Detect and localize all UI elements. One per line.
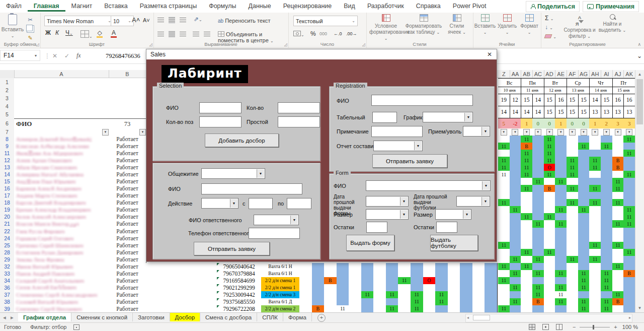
scroll-right-icon[interactable]: ▸: [629, 315, 631, 320]
cell-name-20[interactable]: Белов Алексей Алексанрович: [14, 213, 109, 221]
shift-cell-mid-r37[interactable]: [373, 291, 386, 299]
shift-cell-r36[interactable]: [521, 284, 533, 292]
shift-cell-mid-r34[interactable]: В: [324, 277, 337, 285]
row-header-17[interactable]: 17: [0, 192, 15, 200]
add-dosbor-button[interactable]: Добавить досбор: [205, 134, 279, 147]
shift-cell-r39[interactable]: [555, 305, 567, 313]
shift-cell-mid-r39[interactable]: [299, 305, 312, 313]
shift-cell-r8[interactable]: [510, 136, 522, 143]
shift-cell-r28[interactable]: [498, 249, 510, 256]
zoom-slider[interactable]: [580, 327, 610, 327]
empty-cell[interactable]: [193, 305, 217, 313]
cell-name-14[interactable]: Алмервна Наталč Абулаевна: [14, 171, 109, 178]
shift-cell-r9[interactable]: [567, 143, 579, 150]
shift-cell-mid-r38[interactable]: 11: [435, 298, 448, 306]
cell-A3[interactable]: [14, 94, 109, 103]
paste-button[interactable]: Вставить ⌄: [1, 14, 24, 43]
shift-cell-r19[interactable]: [544, 206, 556, 214]
balance-cell[interactable]: 1: [589, 118, 601, 129]
shift-cell-r29[interactable]: 11: [532, 256, 544, 263]
shift-cell-r13[interactable]: [532, 164, 544, 171]
shift-cell-r36[interactable]: [544, 284, 556, 292]
shift-cell-r20[interactable]: [555, 213, 567, 221]
shift-cell-r17[interactable]: [623, 192, 635, 200]
shift-cell-mid-r36[interactable]: [398, 284, 411, 292]
shift-cell-mid-r34[interactable]: [472, 277, 486, 285]
shift-cell-r15[interactable]: [521, 178, 533, 185]
shift-cell-r21[interactable]: [544, 220, 556, 228]
shift-cell-mid-r34[interactable]: [460, 277, 473, 285]
cell-name-11[interactable]: Яков恶евн Аза Абдиршович: [14, 150, 109, 157]
shift-cell-r16[interactable]: 11: [521, 185, 533, 192]
empty-cell[interactable]: [146, 284, 170, 292]
shift-cell-mid-r32[interactable]: [299, 263, 312, 271]
send-request-button[interactable]: Отправить заявку: [372, 154, 447, 168]
decrease-decimal-button[interactable]: ←.0: [334, 31, 342, 36]
shift-cell-mid-r39[interactable]: [460, 305, 473, 313]
shift-cell-r22[interactable]: [601, 228, 613, 235]
column-header-AI[interactable]: AI: [601, 70, 613, 78]
shift-cell-r15[interactable]: [578, 178, 590, 185]
shift-cell-mid-r33[interactable]: [299, 270, 312, 278]
shift-cell-mid-r38[interactable]: 11: [411, 298, 424, 306]
shift-cell-r14[interactable]: [510, 171, 522, 178]
action-combo[interactable]: ▼: [201, 198, 238, 209]
shift-cell-r12[interactable]: 11: [567, 157, 579, 164]
shift-cell-r15[interactable]: 11: [612, 178, 624, 185]
shift-cell-r20[interactable]: [510, 213, 522, 221]
column-header-AK[interactable]: AK: [623, 70, 635, 78]
shift-cell-r28[interactable]: [567, 249, 579, 256]
shift-cell-r8[interactable]: [589, 136, 601, 143]
shift-cell-r17[interactable]: [544, 192, 556, 200]
shift-cell-r32[interactable]: 11: [521, 263, 533, 271]
shift-cell-r12[interactable]: [601, 157, 613, 164]
shift-cell-mid-r39[interactable]: [324, 305, 337, 313]
cell-status-20[interactable]: Работает: [109, 213, 146, 221]
row-header-7[interactable]: 7: [0, 128, 15, 136]
shift-cell-r24[interactable]: [544, 235, 556, 242]
shift-cell-r19[interactable]: 11: [578, 206, 590, 214]
filter-dropdown-icon[interactable]: ▼: [102, 129, 109, 136]
shift-cell-r9[interactable]: [555, 143, 567, 150]
shift-cell-r25[interactable]: [544, 242, 556, 249]
shift-cell-r32[interactable]: 11: [498, 263, 510, 271]
count-day-cell[interactable]: 15: [521, 94, 533, 106]
row-header-25[interactable]: 25: [0, 242, 15, 249]
shift-cell-r24[interactable]: [498, 235, 510, 242]
row-header-18[interactable]: 18: [0, 199, 15, 207]
shift-cell-mid-r37[interactable]: [299, 291, 312, 299]
shift-cell-mid-r38[interactable]: [299, 298, 312, 306]
shift-cell-mid-r38[interactable]: [349, 298, 362, 306]
cell-status-32[interactable]: Работает: [109, 263, 146, 271]
count-night-cell[interactable]: 14: [498, 106, 510, 118]
shift-cell-r13[interactable]: 11: [521, 164, 533, 171]
row-header-39[interactable]: 39: [0, 305, 15, 313]
cell-name-28[interactable]: Естигнеев Рулан Дамирович: [14, 249, 109, 256]
shift-cell-r18[interactable]: 11: [567, 199, 579, 207]
shift-cell-r13[interactable]: [623, 164, 635, 171]
name-box[interactable]: F14 ▾: [0, 50, 40, 61]
reg-fio-input[interactable]: [371, 95, 473, 106]
count-day-cell[interactable]: 16: [612, 94, 624, 106]
shift-cell-r17[interactable]: [521, 192, 533, 200]
shift-cell-mid-r37[interactable]: 11: [361, 291, 374, 299]
empty-cell[interactable]: [193, 263, 217, 271]
shift-cell-r29[interactable]: 11: [589, 256, 601, 263]
row-header-24[interactable]: 24: [0, 235, 15, 242]
align-center-button[interactable]: [169, 31, 175, 38]
shift-cell-r37[interactable]: 11: [612, 291, 624, 299]
cell-status-29[interactable]: Работает: [109, 256, 146, 263]
chevron-down-icon[interactable]: ▼: [482, 181, 490, 190]
format-painter-button[interactable]: ✎: [26, 34, 34, 42]
shift-cell-r38[interactable]: [589, 298, 601, 306]
row-header-36[interactable]: 36: [0, 284, 15, 292]
shift-cell-r33[interactable]: [589, 270, 601, 278]
filter-dropdown-icon[interactable]: ▼: [603, 129, 610, 136]
shift-cell-r20[interactable]: [578, 213, 590, 221]
shift-cell-r13[interactable]: 11: [498, 164, 510, 171]
shift-cell-r8[interactable]: [532, 136, 544, 143]
count-night-cell[interactable]: 13: [612, 106, 624, 118]
shift-cell-mid-r34[interactable]: О: [423, 277, 436, 285]
zoom-level[interactable]: 100 %: [622, 324, 638, 330]
tab-num-input[interactable]: [372, 112, 397, 123]
